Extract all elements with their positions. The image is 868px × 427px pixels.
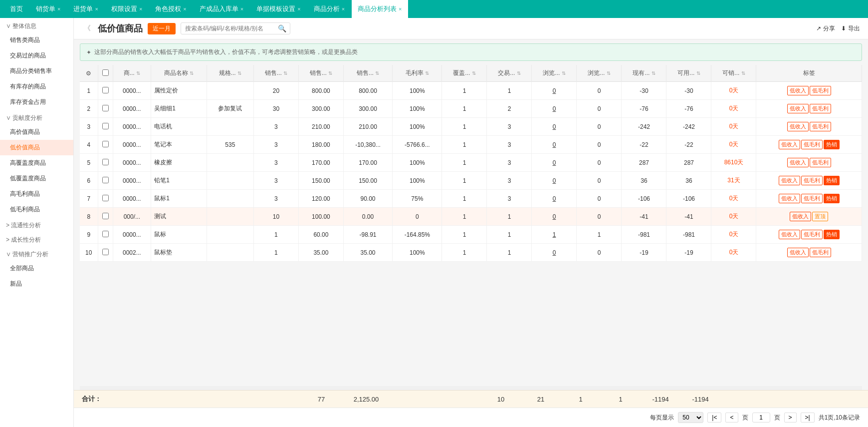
col11-link[interactable]: 0: [553, 87, 556, 94]
col-view2-header[interactable]: 浏览... ⇅: [577, 65, 622, 82]
sidebar-group-circulation[interactable]: > 流通性分析: [0, 217, 73, 232]
nav-sales-order[interactable]: 销货单 ×: [30, 0, 66, 18]
select-all-checkbox[interactable]: [102, 69, 109, 76]
close-icon[interactable]: ×: [297, 6, 300, 12]
row-select-checkbox[interactable]: [102, 231, 109, 237]
nav-product-analysis-list[interactable]: 商品分析列表 ×: [352, 0, 408, 18]
row-checkbox[interactable]: [98, 100, 113, 118]
col11-link[interactable]: 0: [553, 195, 556, 202]
row-name[interactable]: 铅笔1: [151, 172, 207, 190]
close-icon[interactable]: ×: [342, 6, 345, 12]
sidebar-item-low-value[interactable]: 低价值商品: [0, 140, 73, 155]
first-page-btn[interactable]: |<: [707, 413, 721, 423]
col-sale3-header[interactable]: 销售... ⇅: [343, 65, 392, 82]
row-name[interactable]: 鼠标垫: [151, 244, 207, 262]
data-table-wrapper[interactable]: ⚙ 商... ⇅ 商品名称 ⇅ 规格... ⇅ 销售... ⇅ 销售... ⇅ …: [74, 65, 868, 386]
col-current-stock-header[interactable]: 现有... ⇅: [622, 65, 666, 82]
prev-page-btn[interactable]: <: [725, 413, 738, 423]
export-btn[interactable]: ⬇ 导出: [841, 24, 860, 33]
per-page-select[interactable]: 50 100 200: [678, 412, 703, 423]
row-col11[interactable]: 0: [532, 100, 577, 118]
page-input[interactable]: [752, 413, 770, 423]
col-view1-header[interactable]: 浏览... ⇅: [532, 65, 577, 82]
close-icon[interactable]: ×: [399, 6, 402, 12]
close-icon[interactable]: ×: [57, 6, 60, 12]
row-select-checkbox[interactable]: [102, 177, 109, 183]
row-checkbox[interactable]: [98, 154, 113, 172]
sidebar-item-sales-goods[interactable]: 销售类商品: [0, 32, 73, 48]
nav-purchase-order[interactable]: 进货单 ×: [67, 0, 104, 18]
col-saleable-stock-header[interactable]: 可销... ⇅: [711, 65, 756, 82]
col11-link[interactable]: 0: [553, 123, 556, 130]
close-icon[interactable]: ×: [95, 6, 98, 12]
close-icon[interactable]: ×: [240, 6, 243, 12]
row-name[interactable]: 属性定价: [151, 82, 207, 100]
row-name[interactable]: 笔记本: [151, 136, 207, 154]
col-spec-header[interactable]: 规格... ⇅: [207, 65, 253, 82]
row-name[interactable]: 吴细细1: [151, 100, 207, 118]
row-select-checkbox[interactable]: [102, 141, 109, 147]
row-checkbox[interactable]: [98, 244, 113, 262]
row-name[interactable]: 鼠标: [151, 226, 207, 244]
row-col11[interactable]: 0: [532, 154, 577, 172]
row-checkbox[interactable]: [98, 190, 113, 208]
row-col11[interactable]: 0: [532, 190, 577, 208]
sidebar-item-high-value[interactable]: 高价值商品: [0, 124, 73, 140]
col-code-header[interactable]: 商... ⇅: [113, 65, 151, 82]
gear-icon[interactable]: ⚙: [86, 70, 91, 77]
row-checkbox[interactable]: [98, 118, 113, 136]
horizontal-scrollbar[interactable]: [80, 386, 862, 390]
col11-link[interactable]: 0: [553, 105, 556, 112]
row-name[interactable]: 橡皮擦: [151, 154, 207, 172]
row-col11[interactable]: 0: [532, 172, 577, 190]
close-icon[interactable]: ×: [139, 6, 142, 12]
row-name[interactable]: 鼠标1: [151, 190, 207, 208]
row-checkbox[interactable]: [98, 208, 113, 226]
nav-home[interactable]: 首页: [4, 0, 29, 18]
row-select-checkbox[interactable]: [102, 87, 109, 93]
nav-template-setting[interactable]: 单据模板设置 ×: [250, 0, 306, 18]
col11-link[interactable]: 0: [553, 159, 556, 166]
sidebar-item-inventory-funds[interactable]: 库存资金占用: [0, 94, 73, 110]
col-trade-header[interactable]: 交易... ⇅: [487, 65, 532, 82]
sidebar-item-high-coverage[interactable]: 高覆盖度商品: [0, 155, 73, 171]
row-col11[interactable]: 0: [532, 136, 577, 154]
row-checkbox[interactable]: [98, 226, 113, 244]
col-margin-header[interactable]: 毛利率 ⇅: [393, 65, 442, 82]
sidebar-group-growth[interactable]: > 成长性分析: [0, 232, 73, 246]
row-col11[interactable]: 0: [532, 244, 577, 262]
sidebar-item-traded-goods[interactable]: 交易过的商品: [0, 48, 73, 63]
sidebar-group-overall[interactable]: ∨ 整体信息: [0, 18, 73, 32]
row-select-checkbox[interactable]: [102, 249, 109, 255]
sidebar-item-low-margin[interactable]: 低毛利商品: [0, 202, 73, 217]
row-col11[interactable]: 0: [532, 82, 577, 100]
row-select-checkbox[interactable]: [102, 123, 109, 129]
next-page-btn[interactable]: >: [784, 413, 797, 423]
row-col11[interactable]: 1: [532, 226, 577, 244]
col-sale1-header[interactable]: 销售... ⇅: [253, 65, 298, 82]
close-icon[interactable]: ×: [183, 6, 186, 12]
col-sale2-header[interactable]: 销售... ⇅: [298, 65, 343, 82]
col11-link[interactable]: 0: [553, 177, 556, 184]
col11-link[interactable]: 0: [553, 141, 556, 148]
sidebar-collapse-btn[interactable]: 《: [82, 22, 93, 35]
col-available-stock-header[interactable]: 可用... ⇅: [666, 65, 711, 82]
filter-recent-month-btn[interactable]: 近一月: [148, 23, 176, 34]
col11-link[interactable]: 1: [553, 231, 556, 238]
row-select-checkbox[interactable]: [102, 159, 109, 165]
search-input[interactable]: [181, 22, 290, 34]
row-checkbox[interactable]: [98, 172, 113, 190]
row-name[interactable]: 测试: [151, 208, 207, 226]
sidebar-item-category-sales[interactable]: 商品分类销售率: [0, 63, 73, 79]
sidebar-group-marketing[interactable]: ∨ 营销推广分析: [0, 246, 73, 261]
col-settings[interactable]: ⚙: [80, 65, 98, 82]
nav-product-warehouse[interactable]: 产成品入库单 ×: [194, 0, 249, 18]
row-col11[interactable]: 0: [532, 208, 577, 226]
share-btn[interactable]: ↗ 分享: [816, 24, 835, 33]
nav-product-analysis[interactable]: 商品分析 ×: [308, 0, 351, 18]
sidebar-item-high-margin[interactable]: 高毛利商品: [0, 186, 73, 202]
row-checkbox[interactable]: [98, 82, 113, 100]
last-page-btn[interactable]: >|: [801, 413, 815, 423]
row-select-checkbox[interactable]: [102, 195, 109, 201]
row-col11[interactable]: 0: [532, 118, 577, 136]
